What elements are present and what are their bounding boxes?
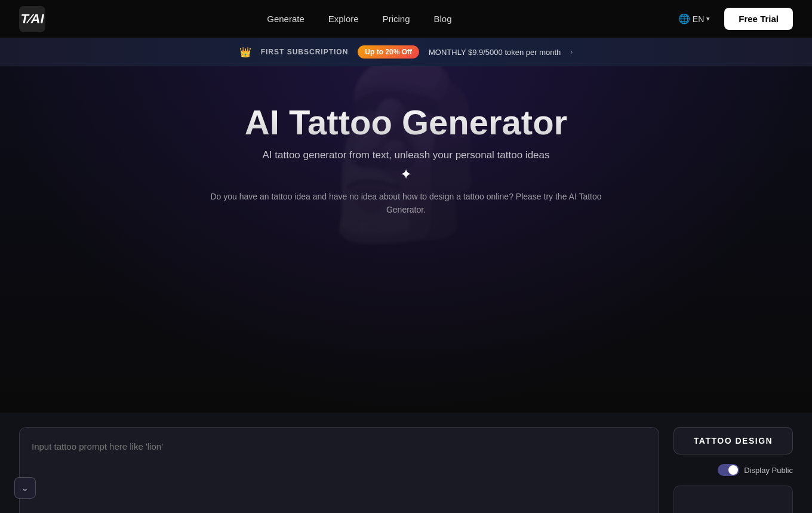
lang-label: EN	[693, 14, 704, 24]
generator-section: TATTOO DESIGN Display Public Image is he…	[0, 413, 812, 513]
logo[interactable]: T∕AI	[19, 6, 45, 32]
nav-explore[interactable]: Explore	[328, 14, 359, 24]
nav-blog[interactable]: Blog	[434, 14, 452, 24]
nav-pricing[interactable]: Pricing	[383, 14, 410, 24]
promo-banner[interactable]: 👑 FIRST SUBSCRIPTION Up to 20% Off MONTH…	[0, 38, 812, 66]
promo-discount-badge: Up to 20% Off	[358, 45, 419, 59]
nav-right: 🌐 EN ▾ Free Trial	[673, 8, 793, 30]
promo-description: MONTHLY $9.9/5000 token per month	[429, 48, 561, 57]
prompt-input[interactable]	[19, 427, 659, 513]
globe-icon: 🌐	[678, 13, 690, 24]
free-trial-button[interactable]: Free Trial	[724, 8, 793, 30]
sparkle-icon: ✦	[400, 166, 412, 183]
lang-selector[interactable]: 🌐 EN ▾	[673, 11, 715, 27]
toggle-knob	[728, 465, 738, 475]
generator-inner: TATTOO DESIGN Display Public Image is he…	[19, 427, 793, 513]
display-public-label: Display Public	[744, 466, 793, 475]
hero-title: AI Tattoo Generator	[245, 102, 567, 142]
chevron-down-icon: ▾	[706, 15, 710, 23]
nav-links: Generate Explore Pricing Blog	[267, 14, 451, 24]
promo-subscription-label: FIRST SUBSCRIPTION	[261, 48, 349, 56]
navbar: T∕AI Generate Explore Pricing Blog 🌐 EN …	[0, 0, 812, 38]
hero-section: 🗿 AI Tattoo Generator AI tattoo generato…	[0, 66, 812, 413]
image-preview: Image is here	[673, 486, 793, 513]
hero-description: Do you have an tattoo idea and have no i…	[179, 190, 633, 217]
crown-icon: 👑	[239, 47, 251, 58]
right-panel: TATTOO DESIGN Display Public Image is he…	[673, 427, 793, 513]
nav-generate[interactable]: Generate	[267, 14, 304, 24]
scroll-down-icon: ⌄	[21, 483, 29, 493]
display-public-row: Display Public	[673, 464, 793, 476]
tattoo-design-button[interactable]: TATTOO DESIGN	[673, 427, 793, 454]
promo-chevron-icon: ›	[570, 48, 573, 56]
display-public-toggle[interactable]	[718, 464, 739, 476]
scroll-down-button[interactable]: ⌄	[14, 477, 36, 499]
hero-subtitle: AI tattoo generator from text, unleash y…	[262, 149, 549, 161]
logo-mark: T∕AI	[19, 6, 45, 32]
